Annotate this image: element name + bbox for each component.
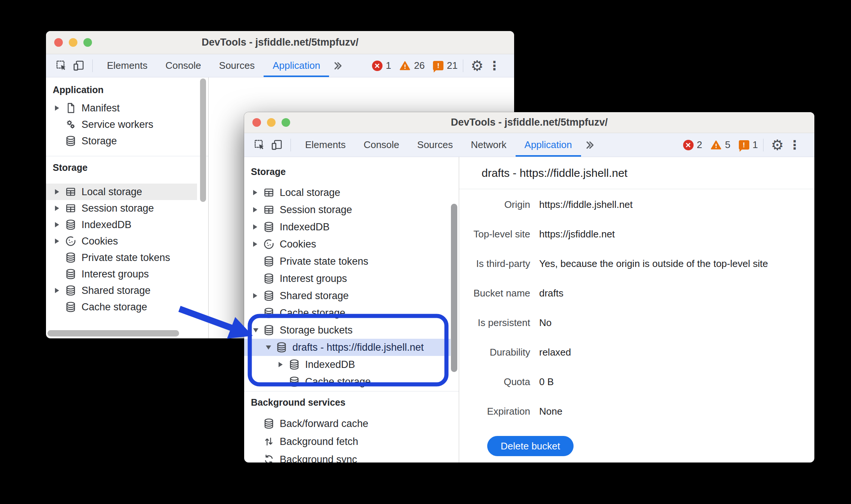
gears-icon — [65, 119, 77, 130]
tree-item-session-storage[interactable]: Session storage — [244, 201, 451, 218]
more-tabs-icon[interactable] — [329, 57, 346, 74]
section-separator — [46, 156, 208, 156]
warnings-badge[interactable]: 5 — [710, 139, 730, 151]
issues-badge[interactable]: ! 21 — [433, 60, 458, 71]
chevron-right-icon[interactable] — [253, 224, 263, 230]
settings-gear-icon[interactable]: ⚙ — [769, 136, 786, 154]
titlebar[interactable]: DevTools - jsfiddle.net/5tmpfuzv/ — [244, 112, 814, 133]
tree-item-indexeddb[interactable]: IndexedDB — [46, 216, 197, 233]
errors-badge[interactable]: × 2 — [683, 139, 702, 151]
more-tabs-icon[interactable] — [581, 136, 598, 154]
tree-item-cache-storage[interactable]: Cache storage — [46, 299, 197, 315]
toolbar-divider — [92, 59, 93, 72]
report-row-expiration: ExpirationNone — [459, 397, 814, 426]
tab-elements[interactable]: Elements — [296, 133, 354, 157]
panel-tabs: ElementsConsoleSourcesApplication — [98, 54, 329, 77]
traffic-lights — [54, 38, 92, 47]
tree-item-indexeddb[interactable]: IndexedDB — [244, 356, 451, 373]
report-value: https://fiddle.jshell.net — [539, 199, 814, 210]
titlebar[interactable]: DevTools - jsfiddle.net/5tmpfuzv/ — [46, 31, 514, 54]
tab-application[interactable]: Application — [516, 133, 581, 157]
chevron-right-icon[interactable] — [55, 105, 65, 111]
close-button[interactable] — [252, 118, 261, 127]
kebab-menu-icon[interactable]: ⋮ — [486, 57, 503, 74]
tree-item-storage-buckets[interactable]: Storage buckets — [244, 322, 451, 339]
tree-item-cookies[interactable]: Cookies — [46, 233, 197, 249]
error-count: 1 — [386, 60, 391, 71]
report-row-bucket-name: Bucket namedrafts — [459, 279, 814, 308]
chevron-right-icon[interactable] — [55, 206, 65, 211]
issues-icon: ! — [739, 140, 749, 150]
database-icon — [263, 273, 275, 285]
maximize-button[interactable] — [282, 118, 290, 127]
settings-gear-icon[interactable]: ⚙ — [468, 57, 486, 74]
device-toolbar-icon[interactable] — [70, 57, 87, 74]
tree-item-service-workers[interactable]: Service workers — [46, 116, 197, 133]
tree-item-shared-storage[interactable]: Shared storage — [244, 287, 451, 304]
minimize-button[interactable] — [267, 118, 276, 127]
toolbar-divider — [463, 59, 463, 72]
tab-console[interactable]: Console — [354, 133, 408, 157]
issues-badge[interactable]: ! 1 — [739, 139, 758, 151]
kebab-menu-icon[interactable]: ⋮ — [786, 136, 803, 154]
tree-item-interest-groups[interactable]: Interest groups — [244, 270, 451, 287]
delete-bucket-button[interactable]: Delete bucket — [487, 436, 574, 456]
tree-item-local-storage[interactable]: Local storage — [46, 184, 197, 200]
tree-item-label: Cache storage — [280, 307, 345, 319]
tab-application[interactable]: Application — [264, 54, 329, 77]
tree-item-label: Local storage — [82, 186, 142, 198]
tree-item-interest-groups[interactable]: Interest groups — [46, 266, 197, 282]
tree-item-shared-storage[interactable]: Shared storage — [46, 282, 197, 299]
vertical-scrollbar-thumb[interactable] — [200, 79, 206, 202]
tab-sources[interactable]: Sources — [408, 133, 462, 157]
tab-elements[interactable]: Elements — [98, 54, 156, 77]
chevron-down-icon[interactable] — [266, 345, 276, 350]
chevron-down-icon[interactable] — [253, 328, 263, 332]
tree-item-manifest[interactable]: Manifest — [46, 100, 197, 116]
chevron-right-icon[interactable] — [253, 190, 263, 195]
chevron-right-icon[interactable] — [279, 362, 288, 367]
tree-item-indexeddb[interactable]: IndexedDB — [244, 218, 451, 236]
horizontal-scrollbar-thumb[interactable] — [47, 330, 179, 336]
tree-item-cache-storage[interactable]: Cache storage — [244, 373, 451, 390]
maximize-button[interactable] — [83, 38, 92, 47]
tree-item-back-forward-cache[interactable]: Back/forward cache — [244, 415, 451, 433]
tree-item-local-storage[interactable]: Local storage — [244, 184, 451, 201]
close-button[interactable] — [54, 38, 63, 47]
error-count: 2 — [697, 139, 702, 151]
chevron-right-icon[interactable] — [55, 288, 65, 293]
vertical-scrollbar-thumb[interactable] — [451, 204, 457, 372]
chevron-right-icon[interactable] — [55, 189, 65, 194]
chevron-right-icon[interactable] — [55, 222, 65, 227]
desktop: DevTools - jsfiddle.net/5tmpfuzv/ Elemen… — [0, 0, 851, 504]
database-icon — [65, 219, 77, 231]
tree-item-session-storage[interactable]: Session storage — [46, 200, 197, 216]
tree-item-background-sync[interactable]: Background sync — [244, 451, 451, 462]
tree-item-drafts-https-fiddle-jshell-net[interactable]: drafts - https://fiddle.jshell.net — [244, 339, 451, 356]
tree-item-private-state-tokens[interactable]: Private state tokens — [46, 249, 197, 266]
tree-item-cache-storage[interactable]: Cache storage — [244, 304, 451, 322]
warnings-badge[interactable]: 26 — [399, 60, 425, 71]
tree-item-background-fetch[interactable]: Background fetch — [244, 433, 451, 451]
tree-item-private-state-tokens[interactable]: Private state tokens — [244, 253, 451, 270]
chevron-right-icon[interactable] — [253, 242, 263, 247]
tree-item-cookies[interactable]: Cookies — [244, 236, 451, 253]
status-badges: × 1 26 ! 21 — [372, 60, 458, 71]
device-toolbar-icon[interactable] — [268, 136, 285, 154]
chevron-right-icon[interactable] — [253, 207, 263, 212]
chevron-right-icon[interactable] — [253, 293, 263, 298]
window-title: DevTools - jsfiddle.net/5tmpfuzv/ — [46, 37, 514, 48]
inspect-element-icon[interactable] — [53, 57, 70, 74]
inspect-element-icon[interactable] — [251, 136, 268, 154]
minimize-button[interactable] — [69, 38, 77, 47]
tab-console[interactable]: Console — [156, 54, 210, 77]
application-sidebar: ApplicationManifestService workersStorag… — [46, 77, 209, 338]
tree-item-storage[interactable]: Storage — [46, 133, 197, 149]
tab-network[interactable]: Network — [462, 133, 515, 157]
chevron-right-icon[interactable] — [55, 239, 65, 244]
tree-item-label: Interest groups — [280, 273, 347, 285]
tree-item-label: IndexedDB — [280, 221, 330, 233]
panel-tabs: ElementsConsoleSourcesNetworkApplication — [296, 133, 581, 157]
errors-badge[interactable]: × 1 — [372, 60, 391, 71]
tab-sources[interactable]: Sources — [210, 54, 264, 77]
